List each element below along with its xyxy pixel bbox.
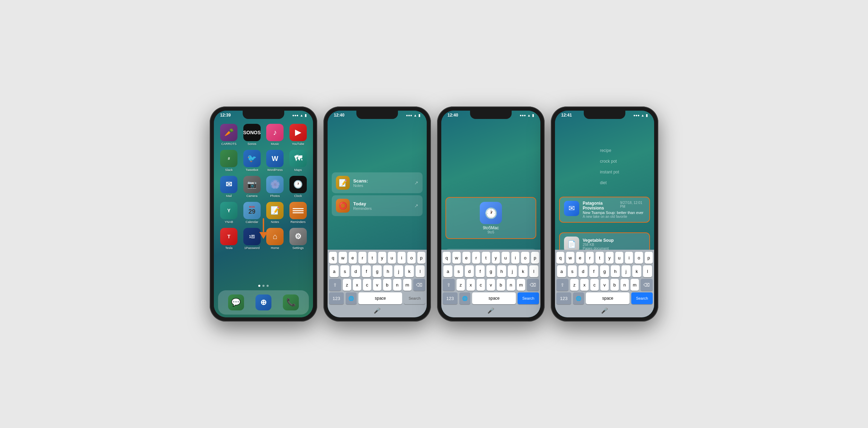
key-b[interactable]: b [383, 279, 391, 291]
k4-e[interactable]: e [576, 252, 584, 264]
k3-space[interactable]: space [472, 292, 516, 304]
k3-globe[interactable]: 🌐 [459, 292, 471, 304]
k3-z[interactable]: z [457, 279, 465, 291]
k3-y[interactable]: y [492, 252, 500, 264]
key-i[interactable]: i [398, 252, 406, 264]
app-clock[interactable]: 🕐 Clock [289, 176, 308, 198]
k3-g[interactable]: g [486, 265, 495, 277]
k4-k[interactable]: k [632, 265, 641, 277]
app-maps[interactable]: 🗺 Maps [289, 150, 308, 172]
k3-shift[interactable]: ⇧ [443, 279, 455, 291]
app-reminders[interactable]: Reminders [289, 202, 308, 224]
k4-s[interactable]: s [568, 265, 577, 277]
k4-t[interactable]: t [596, 252, 604, 264]
k3-f[interactable]: f [476, 265, 485, 277]
k3-p[interactable]: p [531, 252, 539, 264]
app-calendar[interactable]: MON 29 Calendar [243, 202, 262, 224]
key-z[interactable]: z [343, 279, 351, 291]
app-wordpress[interactable]: W WordPress [266, 150, 285, 172]
k3-e[interactable]: e [462, 252, 470, 264]
k4-globe[interactable]: 🌐 [573, 292, 584, 304]
k4-p[interactable]: p [645, 252, 653, 264]
k4-v[interactable]: v [600, 279, 609, 291]
k3-a[interactable]: a [443, 265, 452, 277]
key-123[interactable]: 123 [329, 292, 344, 304]
k4-o[interactable]: o [635, 252, 643, 264]
key-shift[interactable]: ⇧ [329, 279, 341, 291]
k3-q[interactable]: q [443, 252, 451, 264]
key-k[interactable]: k [405, 265, 414, 277]
k3-c[interactable]: c [477, 279, 485, 291]
k3-d[interactable]: d [465, 265, 474, 277]
k4-delete[interactable]: ⌫ [641, 279, 653, 291]
k4-h[interactable]: h [611, 265, 620, 277]
applications-section[interactable]: 🕐 9to5Mac 9to5 [445, 197, 536, 239]
k3-delete[interactable]: ⌫ [527, 279, 539, 291]
k4-a[interactable]: a [557, 265, 566, 277]
key-n[interactable]: n [393, 279, 401, 291]
k3-n[interactable]: n [507, 279, 515, 291]
key-c[interactable]: c [363, 279, 371, 291]
k3-k[interactable]: k [519, 265, 528, 277]
k3-h[interactable]: h [497, 265, 506, 277]
k3-b[interactable]: b [497, 279, 505, 291]
k3-j[interactable]: j [508, 265, 517, 277]
key-s[interactable]: s [340, 265, 349, 277]
app-home[interactable]: ⌂ Home [266, 228, 285, 250]
app-ynab[interactable]: Y YNAB [219, 202, 238, 224]
key-globe[interactable]: 🌐 [346, 292, 357, 304]
app-notes[interactable]: 📝 Notes [266, 202, 285, 224]
k4-l[interactable]: l [643, 265, 652, 277]
k3-u[interactable]: u [502, 252, 510, 264]
key-d[interactable]: d [351, 265, 360, 277]
app-settings[interactable]: ⚙ Settings [289, 228, 308, 250]
k4-z[interactable]: z [570, 279, 579, 291]
key-m[interactable]: m [403, 279, 411, 291]
k4-m[interactable]: m [631, 279, 639, 291]
k3-o[interactable]: o [521, 252, 529, 264]
key-v[interactable]: v [373, 279, 381, 291]
k3-search[interactable]: Search [518, 292, 539, 304]
k3-v[interactable]: v [487, 279, 495, 291]
k4-b[interactable]: b [610, 279, 619, 291]
suggestion-today[interactable]: ⭕ Today Reminders ↗ [332, 195, 423, 216]
key-l[interactable]: l [416, 265, 425, 277]
k4-f[interactable]: f [589, 265, 598, 277]
k3-i[interactable]: i [511, 252, 519, 264]
k4-y[interactable]: y [606, 252, 614, 264]
key-j[interactable]: j [394, 265, 403, 277]
k4-q[interactable]: q [556, 252, 564, 264]
k3-r[interactable]: r [472, 252, 480, 264]
k3-x[interactable]: x [467, 279, 475, 291]
suggestion-scans[interactable]: 📝 Scans: Notes ↗ [332, 172, 423, 193]
key-o[interactable]: o [407, 252, 415, 264]
k4-shift[interactable]: ⇧ [556, 279, 568, 291]
app-slack[interactable]: # Slack [219, 150, 238, 172]
key-u[interactable]: u [388, 252, 396, 264]
k4-d[interactable]: d [579, 265, 588, 277]
k4-x[interactable]: x [580, 279, 589, 291]
k4-r[interactable]: r [586, 252, 594, 264]
key-delete[interactable]: ⌫ [413, 279, 425, 291]
9to5mac-app[interactable]: 🕐 9to5Mac 9to5 [480, 202, 502, 234]
k4-j[interactable]: j [622, 265, 631, 277]
k4-u[interactable]: u [615, 252, 623, 264]
app-1password[interactable]: 1⚿ 1Password [243, 228, 262, 250]
app-sonos[interactable]: SONOS Sonos [243, 124, 262, 146]
key-g[interactable]: g [373, 265, 382, 277]
app-carrots[interactable]: 🥕 CARROTS [219, 124, 238, 146]
k4-space[interactable]: space [586, 292, 630, 304]
k3-l[interactable]: l [529, 265, 538, 277]
app-music[interactable]: ♪ Music [266, 124, 285, 146]
key-search[interactable]: Search [404, 292, 425, 304]
dock-phone[interactable]: 📞 [283, 294, 299, 310]
app-camera[interactable]: 📷 Camera [243, 176, 262, 198]
key-h[interactable]: h [383, 265, 392, 277]
k3-m[interactable]: m [517, 279, 525, 291]
app-tesla[interactable]: T Tesla [219, 228, 238, 250]
k4-search[interactable]: Search [631, 292, 653, 304]
key-t[interactable]: t [368, 252, 376, 264]
k4-c[interactable]: c [590, 279, 599, 291]
key-e[interactable]: e [349, 252, 357, 264]
app-youtube[interactable]: ▶ YouTube [289, 124, 308, 146]
